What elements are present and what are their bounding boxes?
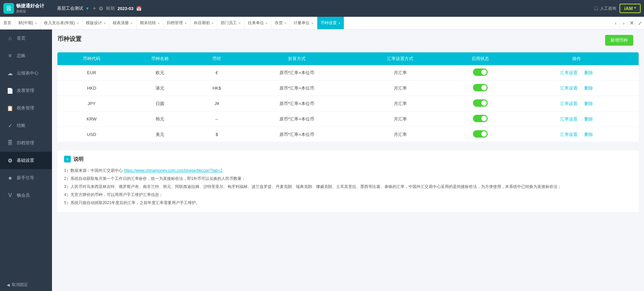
notes-link[interactable]: https://www.chinamoney.com.cn/chinese/bk… (124, 168, 222, 173)
tab-close-all-button[interactable]: ✕ (628, 17, 636, 30)
tab-item-9[interactable]: 往来单位× (245, 17, 271, 30)
notes-list: 1）数据来源：中国外汇交易中心 https://www.chinamoney.c… (64, 166, 632, 207)
tab-label: 首页 (3, 20, 11, 26)
currency-table: 币种代码币种名称币符折算方式汇率设置方式启用状态操作 EUR欧元€原币*汇率=本… (57, 52, 639, 142)
period-value: 2023-03 (117, 6, 133, 11)
rate-settings-link-1[interactable]: 汇率设置 (560, 86, 578, 91)
sidebar-label-ledger: 总账 (17, 53, 25, 59)
tab-close-btn-9[interactable]: × (266, 21, 268, 25)
tab-item-4[interactable]: 税表清册× (109, 17, 136, 30)
sidebar-item-report[interactable]: ☁ 云报表中心 (0, 64, 52, 82)
tab-close-btn-11[interactable]: × (311, 21, 313, 25)
tab-prev-button[interactable]: ‹ (612, 17, 620, 30)
table-row: HKD港元HK$原币*汇率=本位币月汇率 汇率设置 删除 (57, 81, 639, 96)
company-dropdown-icon[interactable]: ▼ (85, 6, 90, 11)
tab-label: 往来单位 (248, 20, 264, 26)
tab-item-10[interactable]: 存货× (271, 17, 290, 30)
tab-item-6[interactable]: 归档管理× (163, 17, 190, 30)
sidebar-item-checkout[interactable]: ✓ 结账 (0, 117, 52, 134)
logo-sub: 旗舰版 (16, 9, 44, 14)
add-tab-button[interactable]: + (93, 5, 96, 11)
tab-close-btn-7[interactable]: × (212, 21, 214, 25)
note-item-4: 5）系统只能自动抓取2021年度后的汇率，之前年度汇率需要用户手工维护。 (64, 199, 632, 207)
sidebar-icon-member: V (7, 192, 13, 198)
note-item-2: 3）人民币对马来西亚林吉特、俄罗斯卢布、南非兰特、韩元、阿联酋迪拉姆、沙特里亚尔… (64, 183, 632, 191)
tab-close-btn-2[interactable]: × (76, 21, 78, 25)
cell-1-4: 月汇率 (354, 81, 446, 96)
tab-close-btn-10[interactable]: × (284, 21, 286, 25)
sidebar-item-settings[interactable]: ⚙ 基础设置 (0, 152, 52, 169)
tab-close-btn-5[interactable]: × (158, 21, 160, 25)
cell-2-3: 原币*汇率=本位币 (239, 96, 355, 111)
cell-0-3: 原币*汇率=本位币 (239, 65, 355, 81)
tab-close-btn-8[interactable]: × (238, 21, 240, 25)
settings-button[interactable]: ⚙ (99, 5, 103, 12)
tab-item-7[interactable]: 科目期初× (191, 17, 217, 30)
main-layout: ⌂ 首页 ≡ 总账 ☁ 云报表中心 📄 发票管理 📋 税务管理 ✓ 结账 🗄 归… (0, 30, 644, 291)
sidebar-item-archive[interactable]: 🗄 归档管理 (0, 134, 52, 152)
cell-0-0: EUR (57, 65, 126, 81)
tab-item-3[interactable]: 模版设计× (83, 17, 109, 30)
table-header: 币种代码币种名称币符折算方式汇率设置方式启用状态操作 (57, 52, 639, 65)
tab-item-11[interactable]: 计量单位× (290, 17, 317, 30)
company-selector[interactable]: 基层工会测试 ▼ (57, 5, 90, 11)
tab-expand-button[interactable]: ⤢ (636, 17, 644, 30)
delete-link-4[interactable]: 删除 (584, 132, 593, 137)
cell-3-3: 原币*汇率=本位币 (239, 111, 355, 127)
pin-label: 取消固定 (12, 282, 28, 288)
toggle-enabled-1[interactable] (473, 84, 488, 91)
sidebar-label-report: 云报表中心 (17, 70, 39, 76)
cell-toggle-2 (446, 96, 515, 111)
toggle-enabled-4[interactable] (473, 130, 488, 138)
tab-close-btn-1[interactable]: × (35, 21, 37, 25)
tab-item-1[interactable]: 财(中期)× (15, 17, 41, 30)
sidebar-label-tax: 税务管理 (17, 105, 34, 111)
delete-link-3[interactable]: 删除 (584, 116, 593, 122)
tab-item-2[interactable]: 收入支出表(年报)× (41, 17, 82, 30)
cell-4-4: 月汇率 (354, 127, 446, 142)
toggle-enabled-3[interactable] (473, 115, 488, 122)
delete-link-0[interactable]: 删除 (584, 70, 593, 75)
calendar-icon[interactable]: 📅 (136, 6, 142, 11)
tab-item-12[interactable]: 币种设置× (317, 17, 344, 30)
tab-close-btn-3[interactable]: × (104, 21, 106, 25)
tab-item-8[interactable]: 部门员工× (217, 17, 244, 30)
rate-settings-link-4[interactable]: 汇率设置 (560, 132, 578, 137)
cell-action-0: 汇率设置 删除 (515, 65, 639, 81)
sidebar-item-guide[interactable]: ★ 新手引导 (0, 169, 52, 187)
col-header-6: 操作 (515, 52, 639, 65)
header-actions: + ⚙ 账期 2023-03 📅 (93, 5, 142, 12)
iam-button[interactable]: iAM * (620, 4, 641, 13)
toggle-enabled-0[interactable] (473, 68, 488, 76)
tab-label: 存货 (275, 20, 283, 26)
delete-link-2[interactable]: 删除 (584, 101, 593, 106)
cell-4-2: $ (194, 127, 239, 142)
col-header-5: 启用状态 (446, 52, 515, 65)
sidebar-pin-button[interactable]: ◀ 取消固定 (0, 279, 52, 291)
sidebar-item-ledger[interactable]: ≡ 总账 (0, 47, 52, 64)
sidebar-item-member[interactable]: V 畅会员 (0, 187, 52, 204)
rate-settings-link-2[interactable]: 汇率设置 (560, 101, 578, 106)
tab-item-0[interactable]: 首页 (0, 17, 15, 30)
note-item-0: 1）数据来源：中国外汇交易中心 https://www.chinamoney.c… (64, 166, 632, 175)
rate-settings-link-0[interactable]: 汇率设置 (560, 70, 578, 75)
tab-next-button[interactable]: › (620, 17, 628, 30)
toggle-enabled-2[interactable] (473, 99, 488, 107)
new-currency-button[interactable]: 新增币种 (605, 35, 633, 46)
help-button[interactable]: 🎧 人工咨询 (594, 6, 616, 11)
tab-close-btn-4[interactable]: × (130, 21, 132, 25)
tab-item-5[interactable]: 期末结转× (137, 17, 163, 30)
tab-close-btn-6[interactable]: × (184, 21, 186, 25)
table-row: USD美元$原币*汇率=本位币月汇率 汇率设置 删除 (57, 127, 639, 142)
tab-label: 计量单位 (293, 20, 310, 26)
cell-4-1: 美元 (126, 127, 194, 142)
tab-close-btn-12[interactable]: × (338, 21, 340, 25)
sidebar-item-invoice[interactable]: 📄 发票管理 (0, 82, 52, 99)
cell-2-0: JPY (57, 96, 126, 111)
col-header-3: 折算方式 (239, 52, 355, 65)
rate-settings-link-3[interactable]: 汇率设置 (560, 116, 578, 122)
delete-link-1[interactable]: 删除 (584, 86, 593, 91)
sidebar-item-home[interactable]: ⌂ 首页 (0, 30, 52, 47)
sidebar-item-tax[interactable]: 📋 税务管理 (0, 99, 52, 117)
cell-4-3: 原币*汇率=本位币 (239, 127, 355, 142)
